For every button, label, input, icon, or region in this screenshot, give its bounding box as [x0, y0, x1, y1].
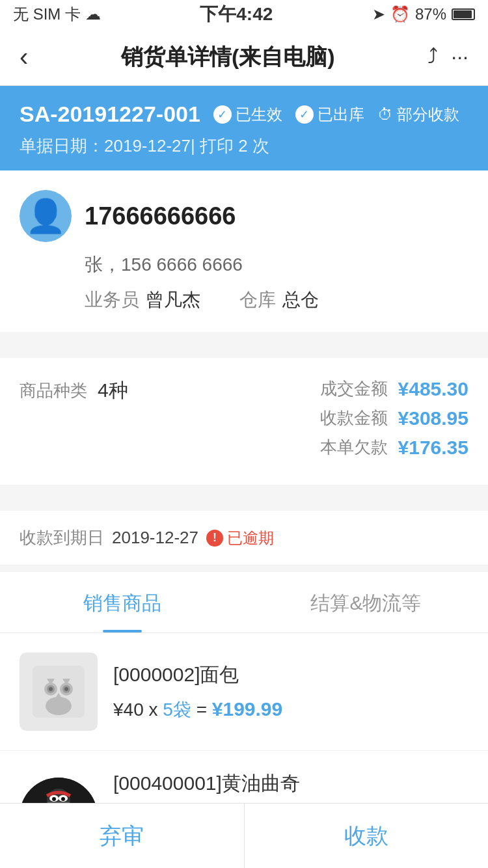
separator-1 — [0, 345, 488, 358]
status-bar: 无 SIM 卡 ☁ 下午4:42 ➤ ⏰ 87% — [0, 0, 488, 29]
collect-payment-button[interactable]: 收款 — [245, 804, 489, 868]
product-price-1: ¥40 x 5袋 = ¥199.99 — [113, 698, 468, 722]
separator-2 — [0, 498, 488, 511]
overdue-text: 已逾期 — [227, 528, 274, 549]
category-value: 4种 — [98, 377, 128, 404]
svg-point-15 — [52, 797, 56, 801]
status-left: 无 SIM 卡 ☁ — [13, 4, 101, 25]
tab-bar: 销售商品 结算&物流等 — [0, 572, 488, 633]
overdue-label: 收款到期日 — [20, 526, 104, 549]
summary-left: 商品种类 4种 — [20, 377, 128, 409]
status-time: 下午4:42 — [200, 2, 273, 27]
svg-point-6 — [64, 687, 68, 691]
deal-amount-row: 成交金额 ¥485.30 — [320, 377, 468, 400]
customer-section: 👤 17666666666 张，156 6666 6666 业务员 曾凡杰 仓库… — [0, 170, 488, 332]
sales-label: 业务员 — [85, 288, 139, 312]
clock-icon: ⏱ — [377, 105, 393, 124]
product-info-1: [0000002]面包 ¥40 x 5袋 = ¥199.99 — [113, 662, 468, 722]
debt-label: 本单欠款 — [320, 436, 388, 459]
product-item-1: [0000002]面包 ¥40 x 5袋 = ¥199.99 — [0, 633, 488, 751]
nav-left: ‹ — [20, 42, 28, 72]
battery-icon: ➤ — [372, 5, 385, 23]
cancel-review-button[interactable]: 弃审 — [0, 804, 245, 868]
nav-bar: ‹ 销货单详情(来自电脑) ⤴ ··· — [0, 29, 488, 86]
action-bar: 弃审 收款 — [0, 803, 488, 868]
check-icon-2: ✓ — [295, 105, 314, 124]
customer-meta: 业务员 曾凡杰 仓库 总仓 — [20, 288, 468, 312]
alarm-icon: ⏰ — [390, 5, 410, 23]
avatar: 👤 — [20, 190, 72, 242]
svg-point-8 — [46, 697, 72, 715]
overdue-exclamation-icon: ! — [206, 530, 223, 547]
product-name-1: [0000002]面包 — [113, 662, 468, 688]
customer-phone: 17666666666 — [85, 202, 236, 230]
status-right: ➤ ⏰ 87% — [372, 5, 475, 23]
summary-section: 商品种类 4种 成交金额 ¥485.30 收款金额 ¥308.95 本单欠款 ¥… — [0, 358, 488, 485]
overdue-date: 2019-12-27 — [112, 528, 198, 548]
page-title: 销货单详情(来自电脑) — [121, 42, 335, 72]
overdue-badge: ! 已逾期 — [206, 528, 274, 549]
order-date-line: 单据日期：2019-12-27| 打印 2 次 — [20, 135, 468, 157]
sim-status: 无 SIM 卡 ☁ — [13, 4, 101, 25]
share-icon[interactable]: ⤴ — [427, 45, 438, 69]
badge-partial: ⏱ 部分收款 — [377, 104, 459, 125]
category-label: 商品种类 — [20, 379, 87, 402]
svg-point-5 — [49, 687, 53, 691]
debt-amount-row: 本单欠款 ¥176.35 — [320, 436, 468, 459]
svg-point-16 — [61, 797, 65, 801]
battery-bar — [452, 8, 475, 20]
deal-value: ¥485.30 — [398, 378, 468, 400]
nav-right: ⤴ ··· — [427, 45, 468, 69]
warehouse-value: 总仓 — [282, 288, 319, 312]
product-total-1: ¥199.99 — [212, 698, 282, 720]
tab-products[interactable]: 销售商品 — [0, 572, 244, 632]
collected-amount-row: 收款金额 ¥308.95 — [320, 407, 468, 429]
check-icon-1: ✓ — [213, 105, 232, 124]
back-button[interactable]: ‹ — [20, 42, 28, 72]
deal-label: 成交金额 — [320, 377, 388, 400]
overdue-section: 收款到期日 2019-12-27 ! 已逾期 — [0, 511, 488, 565]
customer-name: 张，156 6666 6666 — [20, 252, 468, 277]
badge-shipped: ✓ 已出库 — [295, 104, 364, 125]
order-header: SA-20191227-001 ✓ 已生效 ✓ 已出库 ⏱ 部分收款 单据日期：… — [0, 86, 488, 170]
badge-active: ✓ 已生效 — [213, 104, 282, 125]
tab-settlement[interactable]: 结算&物流等 — [244, 572, 488, 632]
collected-label: 收款金额 — [320, 407, 388, 429]
product-name-2: [000400001]黄油曲奇 — [113, 770, 468, 797]
order-id: SA-20191227-001 — [20, 102, 200, 127]
collected-value: ¥308.95 — [398, 407, 468, 429]
debt-value: ¥176.35 — [398, 437, 468, 459]
more-icon[interactable]: ··· — [451, 45, 468, 69]
summary-right: 成交金额 ¥485.30 收款金额 ¥308.95 本单欠款 ¥176.35 — [320, 377, 468, 465]
warehouse-label: 仓库 — [239, 288, 276, 312]
user-icon: 👤 — [25, 197, 66, 235]
battery-percent: 87% — [415, 5, 446, 23]
product-thumb-1 — [20, 653, 98, 731]
separator-3 — [0, 565, 488, 572]
sales-value: 曾凡杰 — [146, 288, 200, 312]
product-quantity-1: 5袋 — [163, 699, 191, 720]
